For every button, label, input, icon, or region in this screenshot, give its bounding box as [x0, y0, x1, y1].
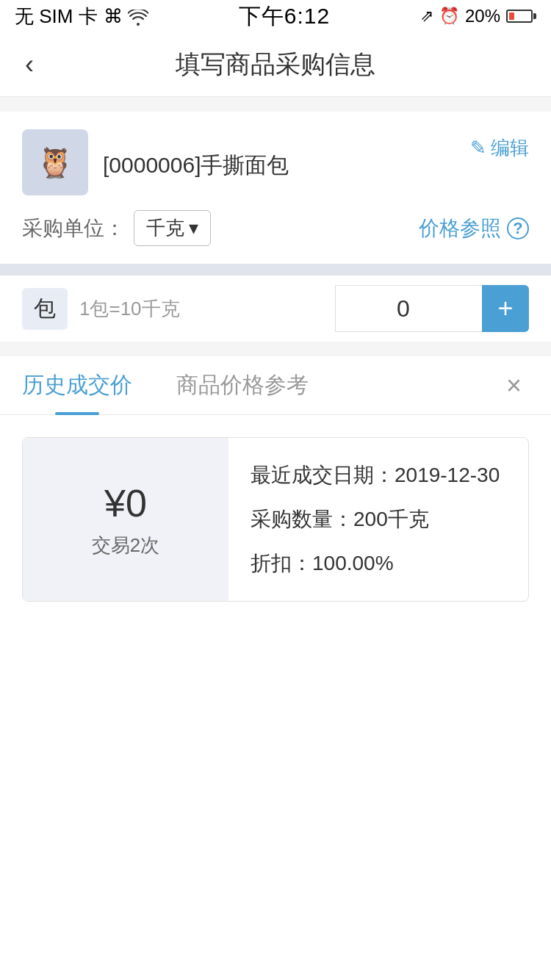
tab-content: ¥0 交易2次 最近成交日期：2019-12-30 采购数量：200千克 折扣：… [0, 415, 551, 624]
alarm-icon: ⏰ [439, 7, 459, 26]
tabs-section: 历史成交价 商品价格参考 × ¥0 交易2次 最近成交日期：2019-12-30… [0, 356, 551, 624]
tabs-list: 历史成交价 商品价格参考 [22, 356, 309, 415]
history-date-row: 最近成交日期：2019-12-30 [251, 460, 506, 491]
price-ref-label: 价格参照 [419, 215, 501, 242]
unit-dropdown-arrow: ▾ [189, 217, 198, 239]
date-label: 最近成交日期： [251, 464, 395, 486]
nav-bar: ‹ 填写商品采购信息 [0, 32, 551, 97]
tab-product-price-ref[interactable]: 商品价格参考 [176, 356, 309, 415]
history-card-right: 最近成交日期：2019-12-30 采购数量：200千克 折扣：100.00% [228, 438, 528, 601]
unit-value: 千克 [146, 215, 184, 241]
page-title: 填写商品采购信息 [176, 48, 375, 82]
battery-percent: 20% [465, 6, 500, 26]
product-left: 🦉 [0000006]手撕面包 [22, 129, 289, 195]
quantity-row: 包 1包=10千克 + [0, 275, 551, 342]
product-header: 🦉 [0000006]手撕面包 ✎ 编辑 [22, 129, 529, 195]
carrier-text: 无 SIM 卡 [15, 4, 98, 29]
status-bar: 无 SIM 卡 ⌘ 下午6:12 ⇗ ⏰ 20% [0, 0, 551, 32]
back-button[interactable]: ‹ [18, 42, 41, 87]
unit-select[interactable]: 千克 ▾ [134, 210, 211, 246]
history-quantity-row: 采购数量：200千克 [251, 504, 506, 535]
product-name: [0000006]手撕面包 [103, 151, 289, 181]
qty-unit-badge: 包 [22, 288, 68, 330]
product-section: 🦉 [0000006]手撕面包 ✎ 编辑 采购单位： 千克 ▾ 价格参照 ? [0, 112, 551, 264]
date-value: 2019-12-30 [395, 464, 500, 486]
discount-label: 折扣： [251, 552, 312, 574]
history-discount-row: 折扣：100.00% [251, 548, 506, 579]
tabs-header: 历史成交价 商品价格参考 × [0, 356, 551, 415]
help-icon[interactable]: ? [507, 217, 529, 239]
price-value: 0 [126, 482, 147, 525]
price-symbol: ¥ [104, 482, 126, 525]
product-unit-row: 采购单位： 千克 ▾ 价格参照 ? [22, 210, 529, 246]
tab-history-price[interactable]: 历史成交价 [22, 356, 132, 415]
status-left: 无 SIM 卡 ⌘ [15, 4, 148, 29]
qty-plus-button[interactable]: + [482, 285, 529, 332]
page-background [0, 624, 551, 980]
unit-label-text: 采购单位： [22, 215, 125, 242]
history-card-left: ¥0 交易2次 [23, 438, 228, 601]
edit-button[interactable]: ✎ 编辑 [470, 135, 529, 161]
tabs-close-button[interactable]: × [499, 363, 529, 408]
quantity-label: 采购数量： [251, 508, 353, 530]
history-price: ¥0 [104, 481, 147, 525]
qty-input[interactable] [335, 285, 482, 332]
quantity-value: 200千克 [353, 508, 429, 530]
price-ref-button[interactable]: 价格参照 ? [419, 215, 529, 242]
edit-label: 编辑 [491, 135, 529, 161]
history-card: ¥0 交易2次 最近成交日期：2019-12-30 采购数量：200千克 折扣：… [22, 437, 529, 602]
status-time: 下午6:12 [239, 1, 330, 32]
battery-icon [506, 10, 536, 23]
status-right: ⇗ ⏰ 20% [420, 6, 536, 26]
product-image-icon: 🦉 [37, 145, 73, 180]
history-transactions: 交易2次 [92, 533, 159, 558]
edit-icon: ✎ [470, 137, 486, 159]
section-divider [0, 264, 551, 275]
qty-conversion-text: 1包=10千克 [79, 296, 180, 322]
location-icon: ⇗ [420, 7, 433, 26]
qty-left: 包 1包=10千克 [22, 288, 180, 330]
product-thumbnail: 🦉 [22, 129, 88, 195]
qty-input-area: + [335, 285, 529, 332]
wifi-icon: ⌘ [104, 5, 148, 28]
discount-value: 100.00% [312, 552, 394, 574]
